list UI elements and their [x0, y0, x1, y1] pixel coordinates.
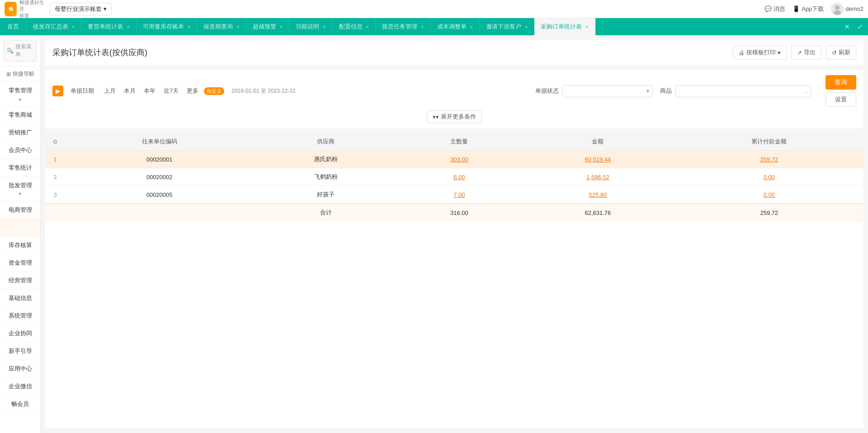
export-button[interactable]: ↗ 导出	[791, 45, 821, 60]
goods-input[interactable]	[675, 85, 811, 97]
date-range-display: 2016-01-01 至 2023-12-31	[231, 87, 295, 95]
sidebar-search-area: 🔍 搜索菜单	[0, 35, 40, 67]
table-row[interactable]: 3 00020005 好孩子 7.00 525.80 0.00	[45, 186, 863, 204]
settings-icon[interactable]: ⚙	[52, 138, 58, 145]
row-supplier: 飞鹤奶粉	[254, 168, 398, 186]
top-bar-right: 💬 消息 📱 App下载 demo2	[764, 3, 863, 15]
tab-order-summary[interactable]: 要货单统计表 ×	[81, 18, 136, 35]
col-code: 往来单位编码	[65, 133, 254, 151]
sidebar-item-batch-mgmt[interactable]: 批发管理 ▼	[0, 177, 40, 201]
shortcut-7days[interactable]: 近7天	[161, 86, 181, 96]
col-paid-amount: 累计付款金额	[675, 133, 863, 151]
close-tab-button[interactable]: ✕	[842, 21, 853, 32]
shortcut-this-month[interactable]: 本月	[121, 86, 138, 96]
row-amount[interactable]: 525.80	[521, 186, 675, 204]
shortcut-last-month[interactable]: 上月	[101, 86, 118, 96]
tab-usable-stock[interactable]: 可用量库存账本 ×	[137, 18, 197, 35]
quick-nav-button[interactable]: ⊞ 快捷导航	[0, 67, 40, 82]
status-select-wrapper	[562, 85, 653, 97]
setting-button[interactable]: 设置	[826, 92, 856, 107]
chevron-up-icon: ▲	[18, 96, 23, 101]
row-amount[interactable]: 1,586.52	[521, 168, 675, 186]
sidebar-item-new-guide[interactable]: 新手引导	[0, 343, 40, 360]
sidebar-item-enterprise-wechat[interactable]: 企业微信	[0, 378, 40, 395]
tab-invite-downstream[interactable]: 邀请下游客户 ×	[480, 18, 534, 35]
sidebar-item-app-center[interactable]: 应用中心	[0, 360, 40, 378]
close-icon[interactable]: ×	[188, 24, 190, 29]
sidebar-item-retail-stats[interactable]: 零售统计	[0, 159, 40, 177]
close-icon[interactable]: ×	[280, 24, 283, 29]
close-icon[interactable]: ×	[470, 24, 473, 29]
close-icon[interactable]: ×	[72, 24, 75, 29]
close-icon[interactable]: ×	[585, 24, 588, 29]
page-header-actions: 🖨 按模板打印 ▾ ↗ 导出 ↺ 刷新	[733, 45, 856, 60]
sidebar-item-system[interactable]: 系统管理	[0, 307, 40, 325]
tab-purchase-summary[interactable]: 采购订单统计表 ×	[534, 18, 595, 35]
close-icon[interactable]: ×	[525, 24, 528, 29]
avatar	[831, 3, 844, 15]
logo-icon: 畅	[5, 2, 17, 16]
query-button[interactable]: 查询	[826, 75, 856, 90]
user-profile[interactable]: demo2	[831, 3, 863, 15]
filter-right-fields: 单据状态 商品 …	[303, 85, 809, 97]
row-quantity[interactable]: 7.00	[398, 186, 521, 204]
table-row[interactable]: 1 00020001 惠氏奶粉 303.00 60,519.44 259.72	[45, 151, 863, 168]
sidebar-item-member-center[interactable]: 会员中心	[0, 142, 40, 159]
maximize-button[interactable]: ⤢	[854, 21, 865, 32]
row-supplier: 好孩子	[254, 186, 398, 204]
custom-date-badge[interactable]: 自定义	[204, 87, 224, 95]
sidebar-item-member[interactable]: 畅会员	[0, 395, 40, 413]
main-layout: 🔍 搜索菜单 ⊞ 快捷导航 零售管理 ▲ 零售商城 营销推广 会员中心 零售统计…	[0, 35, 868, 433]
filter-area: ▶ 单据日期 上月 本月 本年 近7天 更多 自定义 2016-01-01 至 …	[45, 70, 863, 128]
app-download-action[interactable]: 📱 App下载	[793, 5, 824, 13]
row-quantity[interactable]: 6.00	[398, 168, 521, 186]
tab-config-info[interactable]: 配置信息 ×	[333, 18, 376, 35]
col-quantity: 主数量	[398, 133, 521, 151]
tab-overstock-alert[interactable]: 超储预警 ×	[246, 18, 289, 35]
tab-cost-adjust[interactable]: 成本调整单 ×	[431, 18, 480, 35]
tab-home[interactable]: 首页	[0, 18, 27, 35]
close-icon[interactable]: ×	[127, 24, 129, 29]
sidebar-item-retail-mall[interactable]: 零售商城	[0, 106, 40, 124]
status-select[interactable]	[562, 85, 653, 97]
sidebar-item-retail-mgmt[interactable]: 零售管理 ▲	[0, 82, 40, 106]
status-filter-field: 单据状态	[535, 85, 653, 97]
row-paid-amount[interactable]: 0.00	[675, 186, 863, 204]
sidebar-item-enterprise-collab[interactable]: 企业协同	[0, 325, 40, 343]
sidebar-item-marketing[interactable]: 营销推广	[0, 124, 40, 142]
sidebar-item-ecommerce[interactable]: 电商管理	[0, 201, 40, 219]
row-paid-amount[interactable]: 0.00	[675, 168, 863, 186]
svg-point-1	[835, 5, 840, 10]
print-button[interactable]: 🖨 按模板打印 ▾	[733, 45, 787, 60]
close-icon[interactable]: ×	[366, 24, 369, 29]
row-code: 00020002	[65, 168, 254, 186]
sidebar-item-operation[interactable]: 经营管理	[0, 272, 40, 290]
expand-conditions-button[interactable]: ▾▾ 展开更多条件	[427, 110, 482, 123]
sidebar-item-purchase-mgmt[interactable]: 采购管理	[0, 219, 40, 237]
workspace-selector[interactable]: 母婴行业演示账套 ▾	[50, 3, 112, 15]
tab-function-guide[interactable]: 功能说明 ×	[289, 18, 332, 35]
tab-expiry-query[interactable]: 保质期查询 ×	[197, 18, 246, 35]
sidebar-item-basic-info[interactable]: 基础信息	[0, 290, 40, 307]
row-amount[interactable]: 60,519.44	[521, 151, 675, 168]
close-icon[interactable]: ×	[323, 24, 326, 29]
sidebar-item-inventory[interactable]: 库存核算	[0, 237, 40, 254]
close-icon[interactable]: ×	[421, 24, 424, 29]
row-paid-amount[interactable]: 259.72	[675, 151, 863, 168]
table-header-row: ⚙ 往来单位编码 供应商 主数量 金额 累计付款金额	[45, 133, 863, 151]
table-container: ⚙ 往来单位编码 供应商 主数量 金额 累计付款金额 1 00020001 惠氏…	[45, 133, 863, 428]
goods-input-more-icon[interactable]: …	[803, 88, 809, 95]
table-row[interactable]: 2 00020002 飞鹤奶粉 6.00 1,586.52 0.00	[45, 168, 863, 186]
sidebar-item-finance[interactable]: 资金管理	[0, 254, 40, 272]
tab-receive-summary[interactable]: 收发存汇总表 ×	[27, 18, 81, 35]
filter-toggle-button[interactable]: ▶	[52, 86, 63, 96]
search-menu-button[interactable]: 🔍 搜索菜单	[4, 40, 37, 62]
refresh-button[interactable]: ↺ 刷新	[826, 45, 856, 60]
shortcut-more[interactable]: 更多	[184, 86, 201, 96]
close-icon[interactable]: ×	[236, 24, 239, 29]
message-action[interactable]: 💬 消息	[764, 5, 785, 13]
row-quantity[interactable]: 303.00	[398, 151, 521, 168]
shortcut-this-year[interactable]: 本年	[141, 86, 158, 96]
tab-pick-tasks[interactable]: 拣货任务管理 ×	[376, 18, 430, 35]
filter-row-main: ▶ 单据日期 上月 本月 本年 近7天 更多 自定义 2016-01-01 至 …	[52, 75, 856, 107]
